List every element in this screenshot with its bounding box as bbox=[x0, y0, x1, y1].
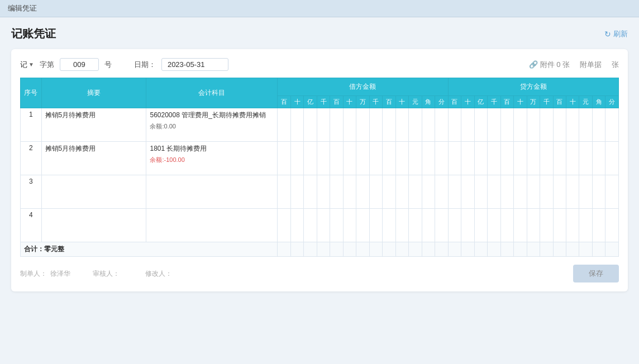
debit-digit-cell[interactable] bbox=[409, 175, 422, 209]
debit-digit-cell[interactable] bbox=[290, 108, 303, 142]
debit-digit-cell[interactable] bbox=[304, 209, 317, 242]
credit-digit-cell[interactable] bbox=[461, 209, 474, 242]
row-account[interactable] bbox=[146, 209, 278, 242]
debit-digit-cell[interactable] bbox=[435, 209, 448, 242]
row-summary[interactable]: 摊销5月待摊费用 bbox=[41, 108, 146, 142]
debit-digit-cell[interactable] bbox=[422, 108, 435, 142]
debit-digit-cell[interactable] bbox=[290, 175, 303, 209]
credit-digit-cell[interactable] bbox=[514, 209, 527, 242]
credit-digit-cell[interactable] bbox=[605, 175, 619, 209]
row-account[interactable]: 56020008 管理费用_长期待摊费用摊销余额:0.00 bbox=[146, 108, 278, 142]
credit-digit-cell[interactable] bbox=[566, 209, 579, 242]
debit-digit-cell[interactable] bbox=[343, 108, 356, 142]
debit-digit-cell[interactable] bbox=[369, 108, 382, 142]
credit-digit-cell[interactable] bbox=[592, 142, 605, 175]
debit-digit-cell[interactable] bbox=[317, 142, 330, 175]
credit-digit-cell[interactable] bbox=[514, 108, 527, 142]
credit-digit-cell[interactable] bbox=[514, 142, 527, 175]
credit-digit-cell[interactable] bbox=[488, 209, 500, 242]
debit-digit-cell[interactable] bbox=[395, 175, 408, 209]
row-account[interactable]: 1801 长期待摊费用余额:-100.00 bbox=[146, 142, 278, 175]
credit-digit-cell[interactable] bbox=[474, 175, 487, 209]
credit-digit-cell[interactable] bbox=[527, 108, 540, 142]
debit-digit-cell[interactable] bbox=[369, 209, 382, 242]
debit-digit-cell[interactable] bbox=[435, 175, 448, 209]
row-summary[interactable] bbox=[41, 209, 146, 242]
credit-digit-cell[interactable] bbox=[461, 142, 474, 175]
row-summary[interactable]: 摊销5月待摊费用 bbox=[41, 142, 146, 175]
debit-digit-cell[interactable] bbox=[317, 209, 330, 242]
credit-digit-cell[interactable] bbox=[553, 108, 566, 142]
debit-digit-cell[interactable] bbox=[435, 142, 448, 175]
debit-digit-cell[interactable] bbox=[343, 209, 356, 242]
debit-digit-cell[interactable] bbox=[330, 175, 343, 209]
credit-digit-cell[interactable] bbox=[592, 175, 605, 209]
debit-digit-cell[interactable] bbox=[278, 142, 290, 175]
credit-digit-cell[interactable] bbox=[540, 142, 553, 175]
credit-digit-cell[interactable] bbox=[488, 108, 500, 142]
debit-digit-cell[interactable] bbox=[383, 108, 395, 142]
debit-digit-cell[interactable] bbox=[409, 142, 422, 175]
row-summary[interactable] bbox=[41, 175, 146, 209]
row-account[interactable] bbox=[146, 175, 278, 209]
credit-digit-cell[interactable] bbox=[540, 209, 553, 242]
credit-digit-cell[interactable] bbox=[566, 142, 579, 175]
debit-digit-cell[interactable] bbox=[383, 142, 395, 175]
debit-digit-cell[interactable] bbox=[343, 142, 356, 175]
debit-digit-cell[interactable] bbox=[383, 209, 395, 242]
credit-digit-cell[interactable] bbox=[566, 175, 579, 209]
debit-digit-cell[interactable] bbox=[290, 209, 303, 242]
debit-digit-cell[interactable] bbox=[330, 142, 343, 175]
credit-digit-cell[interactable] bbox=[488, 175, 500, 209]
credit-digit-cell[interactable] bbox=[488, 142, 500, 175]
credit-digit-cell[interactable] bbox=[579, 108, 592, 142]
credit-digit-cell[interactable] bbox=[579, 142, 592, 175]
credit-digit-cell[interactable] bbox=[605, 209, 619, 242]
credit-digit-cell[interactable] bbox=[527, 175, 540, 209]
debit-digit-cell[interactable] bbox=[383, 175, 395, 209]
credit-digit-cell[interactable] bbox=[474, 209, 487, 242]
credit-digit-cell[interactable] bbox=[553, 209, 566, 242]
debit-digit-cell[interactable] bbox=[304, 175, 317, 209]
credit-digit-cell[interactable] bbox=[461, 175, 474, 209]
credit-digit-cell[interactable] bbox=[553, 175, 566, 209]
debit-digit-cell[interactable] bbox=[422, 209, 435, 242]
credit-digit-cell[interactable] bbox=[514, 175, 527, 209]
debit-digit-cell[interactable] bbox=[395, 108, 408, 142]
debit-digit-cell[interactable] bbox=[422, 142, 435, 175]
credit-digit-cell[interactable] bbox=[592, 209, 605, 242]
date-input[interactable] bbox=[161, 58, 228, 71]
debit-digit-cell[interactable] bbox=[278, 108, 290, 142]
debit-digit-cell[interactable] bbox=[369, 142, 382, 175]
debit-digit-cell[interactable] bbox=[278, 175, 290, 209]
credit-digit-cell[interactable] bbox=[553, 142, 566, 175]
debit-digit-cell[interactable] bbox=[356, 142, 369, 175]
credit-digit-cell[interactable] bbox=[474, 142, 487, 175]
save-button[interactable]: 保存 bbox=[573, 265, 619, 282]
debit-digit-cell[interactable] bbox=[356, 108, 369, 142]
debit-digit-cell[interactable] bbox=[304, 142, 317, 175]
debit-digit-cell[interactable] bbox=[317, 108, 330, 142]
credit-digit-cell[interactable] bbox=[474, 108, 487, 142]
debit-digit-cell[interactable] bbox=[330, 108, 343, 142]
credit-digit-cell[interactable] bbox=[605, 142, 619, 175]
credit-digit-cell[interactable] bbox=[527, 209, 540, 242]
debit-digit-cell[interactable] bbox=[369, 175, 382, 209]
credit-digit-cell[interactable] bbox=[527, 142, 540, 175]
debit-digit-cell[interactable] bbox=[395, 142, 408, 175]
debit-digit-cell[interactable] bbox=[356, 175, 369, 209]
credit-digit-cell[interactable] bbox=[500, 142, 513, 175]
credit-digit-cell[interactable] bbox=[579, 209, 592, 242]
debit-digit-cell[interactable] bbox=[290, 142, 303, 175]
debit-digit-cell[interactable] bbox=[422, 175, 435, 209]
debit-digit-cell[interactable] bbox=[356, 209, 369, 242]
credit-digit-cell[interactable] bbox=[605, 108, 619, 142]
credit-digit-cell[interactable] bbox=[448, 209, 461, 242]
refresh-button[interactable]: ↻ 刷新 bbox=[604, 29, 628, 39]
credit-digit-cell[interactable] bbox=[448, 108, 461, 142]
debit-digit-cell[interactable] bbox=[317, 175, 330, 209]
debit-digit-cell[interactable] bbox=[409, 209, 422, 242]
debit-digit-cell[interactable] bbox=[278, 209, 290, 242]
credit-digit-cell[interactable] bbox=[500, 108, 513, 142]
credit-digit-cell[interactable] bbox=[579, 175, 592, 209]
